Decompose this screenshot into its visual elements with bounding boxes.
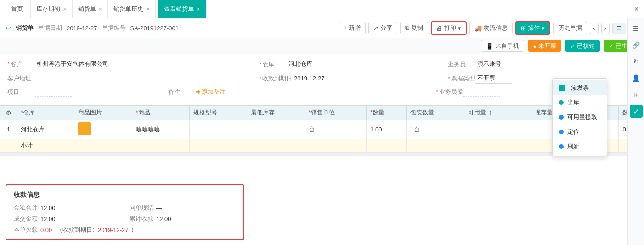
transaction-label: 成交金额 — [14, 215, 38, 223]
sidebar-grid-icon[interactable]: ⊞ — [630, 88, 643, 101]
nav-next-button[interactable]: › — [601, 23, 610, 34]
close-view-sales-icon[interactable]: × — [197, 6, 200, 12]
row-minstock — [247, 120, 305, 139]
date-label: 单据日期 — [38, 24, 62, 32]
sidebar-list-icon[interactable]: ☰ — [630, 22, 643, 35]
refresh-label: 刷新 — [567, 142, 579, 151]
sidebar-person-icon[interactable]: 👤 — [630, 72, 643, 85]
view-list-button[interactable]: ☰ — [613, 23, 626, 34]
copy-button[interactable]: ⧉ 复制 — [400, 22, 428, 34]
print-button[interactable]: 🖨 打印 ▾ — [431, 21, 467, 35]
doc-title: 销货单 — [16, 24, 34, 32]
horizontal-scrollbar[interactable] — [0, 153, 644, 156]
dropdown-item-locate[interactable]: 定位 — [553, 125, 607, 139]
staff-value[interactable]: 演示账号 — [475, 59, 512, 69]
due-date-field: 收款到期日 2019-12-27 — [259, 74, 448, 83]
same-order-value: — — [156, 205, 162, 211]
col-warehouse-header: *仓库 — [17, 106, 74, 120]
payment-info-box: 收款信息 金额合计 12.00 同单现结 — 成交金额 12.00 累计收款 1… — [6, 184, 244, 240]
logistics-button[interactable]: 🚚 物流信息 — [469, 22, 513, 34]
tab-inventory-label: 库存期初 — [36, 5, 60, 13]
address-value[interactable]: — — [35, 74, 72, 83]
col-product-header: *商品 — [132, 106, 189, 120]
share-button[interactable]: ↗ 分享 — [368, 22, 397, 34]
caozuo-icon: ⊞ — [521, 25, 526, 32]
not-opened-button[interactable]: ● 未开票 — [528, 40, 561, 52]
from-phone-button[interactable]: 📱 来自手机 — [481, 40, 524, 52]
form-area: 客户 柳州粤港平安气体有限公司 仓库 河北仓库 业务员 演示账号 客户地址 — … — [0, 54, 644, 105]
row-spec — [189, 120, 247, 139]
subtotal-c4 — [132, 139, 189, 153]
customer-value[interactable]: 柳州粤港平安气体有限公司 — [35, 59, 110, 69]
product-image — [78, 122, 91, 135]
check-icon: ✓ — [570, 43, 575, 50]
table-area: ⚙ *仓库 商品图片 *商品 规格型号 最低库存 *销售单位 *数量 — [0, 105, 644, 180]
add-button[interactable]: + 新增 — [339, 22, 366, 34]
add-note-button[interactable]: ✚ 添加备注 — [196, 88, 226, 96]
window-close-icon[interactable]: × — [634, 5, 638, 13]
close-inventory-icon[interactable]: × — [63, 6, 67, 12]
col-qty-header: *数量 — [367, 106, 407, 120]
tab-inventory[interactable]: 库存期初 × — [31, 0, 73, 18]
cumulative-label: 累计收款 — [130, 215, 153, 223]
row-packqty: 1台 — [407, 120, 464, 139]
available-icon — [559, 115, 564, 120]
tab-view-sales[interactable]: 查看销货单 × — [158, 0, 207, 18]
form-row-3: 项目 — 备注 ✚ 添加备注 业务员孟 — — [7, 87, 637, 97]
toolbar: ↩ 销货单 单据日期 2019-12-27 单据编号 SA-20191227-0… — [0, 18, 644, 38]
tab-view-sales-label: 查看销货单 — [164, 5, 194, 13]
subtotal-c6 — [247, 139, 305, 153]
tab-home[interactable]: 首页 — [4, 0, 31, 18]
locate-icon — [559, 130, 564, 134]
same-order-label: 同单现结 — [130, 204, 153, 212]
payment-info-grid: 金额合计 12.00 同单现结 — 成交金额 12.00 累计收款 12.00 … — [14, 204, 236, 234]
nav-prev-button[interactable]: ‹ — [590, 23, 598, 34]
verified-button[interactable]: ✓ 已核销 — [565, 40, 600, 52]
cumulative-row: 累计收款 12.00 — [130, 215, 236, 223]
outstanding-end: ） — [131, 226, 137, 234]
dropdown-item-refresh[interactable]: 刷新 — [553, 139, 607, 154]
warehouse-value[interactable]: 河北仓库 — [287, 59, 323, 69]
outstanding-label: 本单欠款 — [14, 226, 38, 234]
dropdown-item-available[interactable]: 可用量提取 — [553, 110, 607, 125]
due-date-value[interactable]: 2019-12-27 — [292, 74, 329, 83]
date-value: 2019-12-27 — [67, 25, 97, 32]
sub-toolbar: 📱 来自手机 ● 未开票 ✓ 已核销 ✓ 已生效 — [0, 38, 644, 54]
doc-icon: ↩ — [6, 24, 11, 32]
salesman-label: 业务员孟 — [436, 88, 463, 96]
toolbar-right: + 新增 ↗ 分享 ⧉ 复制 🖨 打印 ▾ 🚚 物流信息 ⊞ 操作 ▾ — [339, 21, 638, 35]
sidebar-sync-icon[interactable]: ↻ — [630, 55, 643, 68]
salesman-value[interactable]: — — [463, 87, 500, 97]
product-table: ⚙ *仓库 商品图片 *商品 规格型号 最低库存 *销售单位 *数量 — [0, 105, 644, 153]
transaction-row: 成交金额 12.00 — [14, 215, 120, 223]
close-history-icon[interactable]: × — [146, 6, 150, 12]
caozuo-dropdown-icon: ▾ — [542, 25, 545, 32]
form-row-1: 客户 柳州粤港平安气体有限公司 仓库 河北仓库 业务员 演示账号 — [7, 59, 637, 69]
main-content: ↩ 销货单 单据日期 2019-12-27 单据编号 SA-20191227-0… — [0, 18, 644, 245]
tab-sales[interactable]: 销货单 × — [73, 0, 108, 18]
row-qty: 1.00 — [367, 120, 407, 139]
customer-label: 客户 — [7, 60, 35, 68]
caozuo-button[interactable]: ⊞ 操作 ▾ — [515, 21, 550, 35]
staff-label: 业务员 — [448, 60, 475, 68]
sidebar-link-icon[interactable]: 🔗 — [630, 39, 643, 51]
customer-field: 客户 柳州粤港平安气体有限公司 — [7, 59, 259, 69]
history-button[interactable]: 历史单据 — [553, 22, 587, 34]
subtotal-c10 — [464, 139, 531, 153]
subtotal-c7 — [305, 139, 367, 153]
row-product: 嘻嘻嘻嘻 — [132, 120, 189, 139]
ticket-icon: ● — [533, 43, 537, 50]
subtotal-c8 — [367, 139, 407, 153]
close-sales-icon[interactable]: × — [99, 6, 102, 12]
dropdown-item-addfapiao[interactable]: 添发票 — [553, 80, 607, 95]
project-value[interactable]: — — [35, 87, 72, 97]
row-unit: 台 — [305, 120, 367, 139]
sidebar-expand-icon[interactable]: ⤢ — [630, 105, 643, 118]
add-note-icon: ✚ — [196, 89, 201, 96]
row-warehouse: 河北仓库 — [17, 120, 74, 139]
dropdown-item-chuku[interactable]: 出库 — [553, 95, 607, 110]
col-packqty-header: 包装数量 — [407, 106, 464, 120]
ticket-value[interactable]: 不开票 — [475, 73, 512, 84]
row-index: 1 — [0, 120, 17, 139]
tab-sales-history[interactable]: 销货单历史 × — [108, 0, 156, 18]
